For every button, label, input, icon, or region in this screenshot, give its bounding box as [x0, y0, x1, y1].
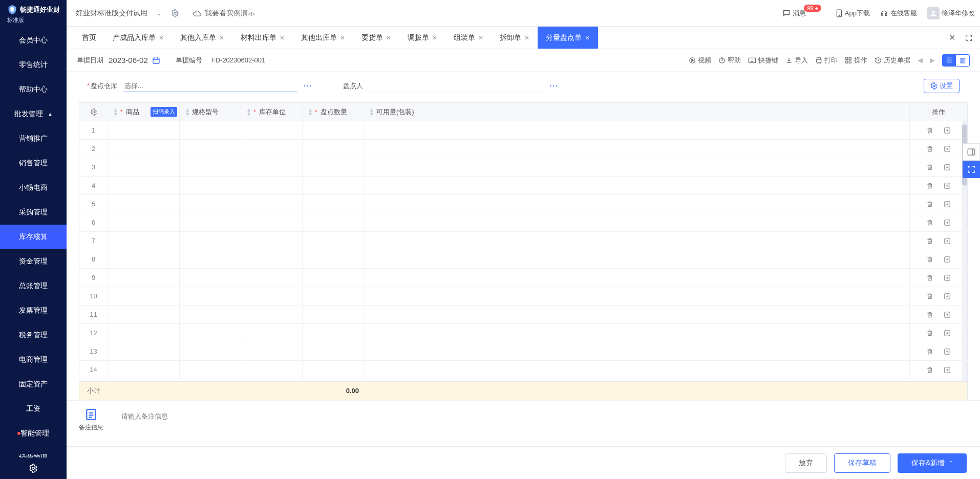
warehouse-input[interactable] — [123, 80, 297, 92]
col-unit[interactable]: ▲▼*库存单位 — [241, 103, 303, 121]
cell-unit[interactable] — [241, 306, 303, 323]
cell-qty[interactable] — [303, 177, 364, 194]
help-button[interactable]: 帮助 — [718, 56, 741, 65]
delete-icon[interactable] — [926, 182, 933, 189]
ops-button[interactable]: 操作 — [845, 56, 867, 65]
sidebar-item[interactable]: 税务管理 — [0, 323, 67, 347]
sidebar-item[interactable]: 经营管理 — [0, 446, 67, 458]
cell-product[interactable] — [108, 269, 180, 287]
delete-icon[interactable] — [926, 274, 933, 281]
cell-qty[interactable] — [303, 287, 364, 305]
cell-spec[interactable] — [180, 361, 241, 379]
delete-icon[interactable] — [926, 293, 933, 300]
cell-avail[interactable] — [364, 269, 910, 287]
add-icon[interactable] — [944, 164, 951, 171]
cell-qty[interactable] — [303, 342, 364, 360]
delete-icon[interactable] — [926, 256, 933, 263]
next-doc[interactable]: ▶ — [930, 56, 935, 64]
cell-avail[interactable] — [364, 306, 910, 323]
table-row[interactable]: 12 — [79, 324, 967, 342]
add-icon[interactable] — [944, 219, 951, 226]
cell-avail[interactable] — [364, 121, 910, 139]
table-row[interactable]: 3 — [79, 158, 967, 177]
cell-avail[interactable] — [364, 140, 910, 158]
cell-qty[interactable] — [303, 213, 364, 231]
col-product[interactable]: ▲▼*商品扫码录入 — [108, 103, 180, 121]
scan-input-button[interactable]: 扫码录入 — [151, 107, 177, 117]
cell-unit[interactable] — [241, 361, 303, 379]
print-button[interactable]: 打印 — [815, 56, 838, 65]
add-icon[interactable] — [944, 145, 951, 153]
cell-unit[interactable] — [241, 250, 303, 268]
save-new-button[interactable]: 保存&新增 ⌃ — [898, 453, 967, 473]
close-icon[interactable]: ✕ — [280, 34, 285, 41]
cell-product[interactable] — [108, 361, 180, 379]
sidebar-item[interactable]: 发票管理 — [0, 298, 67, 323]
add-icon[interactable] — [944, 274, 951, 281]
add-icon[interactable] — [944, 256, 951, 263]
more-icon[interactable]: ··· — [304, 82, 313, 90]
col-avail[interactable]: ▲▼可用量(包装) — [364, 103, 910, 121]
float-collapse[interactable] — [963, 143, 980, 161]
delete-icon[interactable] — [926, 145, 933, 153]
table-row[interactable]: 4 — [79, 177, 967, 195]
cell-spec[interactable] — [180, 140, 241, 158]
cell-product[interactable] — [108, 158, 180, 176]
cell-unit[interactable] — [241, 287, 303, 305]
sidebar-item[interactable]: 固定资产 — [0, 372, 67, 397]
close-all-tabs[interactable]: ✕ — [949, 33, 955, 42]
delete-icon[interactable] — [926, 127, 933, 134]
cell-product[interactable] — [108, 232, 180, 250]
float-expand[interactable] — [963, 161, 980, 178]
sidebar-item[interactable]: 工资 — [0, 397, 67, 421]
cell-qty[interactable] — [303, 324, 364, 342]
cell-avail[interactable] — [364, 250, 910, 268]
sidebar-item[interactable]: 营销推广 — [0, 126, 67, 151]
table-row[interactable]: 14 — [79, 361, 967, 379]
sidebar-item[interactable]: 库存核算 — [0, 225, 67, 249]
delete-icon[interactable] — [926, 366, 933, 374]
col-spec[interactable]: ▲▼规格型号 — [180, 103, 241, 121]
table-row[interactable]: 6 — [79, 213, 967, 232]
sidebar-item[interactable]: 销售管理 — [0, 151, 67, 176]
cell-spec[interactable] — [180, 269, 241, 287]
cell-spec[interactable] — [180, 158, 241, 176]
cell-unit[interactable] — [241, 158, 303, 176]
demo-link[interactable]: 我要看实例演示 — [193, 9, 255, 18]
close-icon[interactable]: ✕ — [219, 34, 224, 41]
cell-avail[interactable] — [364, 342, 910, 360]
add-icon[interactable] — [944, 330, 951, 337]
add-icon[interactable] — [944, 311, 951, 318]
cell-product[interactable] — [108, 342, 180, 360]
save-draft-button[interactable]: 保存草稿 — [834, 453, 890, 473]
add-icon[interactable] — [944, 366, 951, 374]
close-icon[interactable]: ✕ — [340, 34, 345, 41]
add-icon[interactable] — [944, 182, 951, 189]
add-icon[interactable] — [944, 237, 951, 245]
view-toggle[interactable]: ☰ ▥ — [942, 54, 970, 67]
cell-avail[interactable] — [364, 158, 910, 176]
add-icon[interactable] — [944, 293, 951, 300]
more-icon[interactable]: ··· — [549, 82, 559, 90]
doc-tab[interactable]: 首页 — [74, 27, 104, 49]
close-icon[interactable]: ✕ — [159, 34, 164, 41]
cell-qty[interactable] — [303, 140, 364, 158]
cell-avail[interactable] — [364, 195, 910, 213]
person-input[interactable] — [369, 80, 543, 92]
breadcrumb[interactable]: 好业财标准版交付试用 ⌄ — [76, 9, 179, 18]
cell-spec[interactable] — [180, 324, 241, 342]
cell-unit[interactable] — [241, 269, 303, 287]
fullscreen-icon[interactable] — [965, 34, 973, 42]
cell-product[interactable] — [108, 140, 180, 158]
cell-unit[interactable] — [241, 140, 303, 158]
sidebar-item[interactable]: 总账管理 — [0, 274, 67, 298]
cell-qty[interactable] — [303, 361, 364, 379]
cell-spec[interactable] — [180, 177, 241, 194]
doc-tab[interactable]: 调拨单✕ — [399, 27, 445, 49]
cell-unit[interactable] — [241, 324, 303, 342]
table-row[interactable]: 9 — [79, 269, 967, 287]
doc-tab[interactable]: 产成品入库单✕ — [104, 27, 172, 49]
delete-icon[interactable] — [926, 348, 933, 355]
cell-qty[interactable] — [303, 121, 364, 139]
table-row[interactable]: 13 — [79, 342, 967, 361]
